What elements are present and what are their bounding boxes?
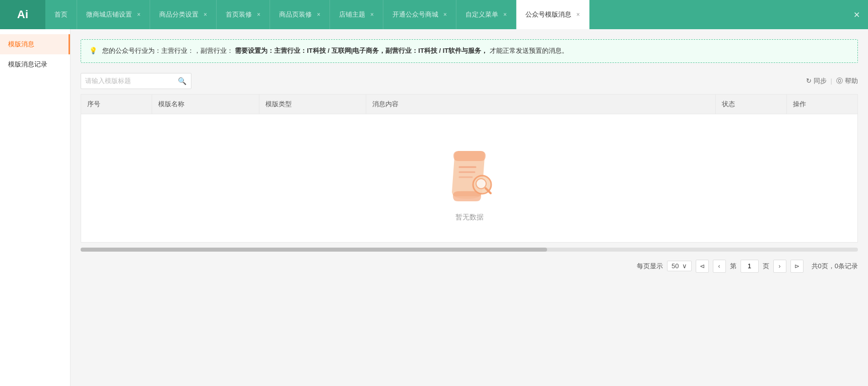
tab-close-home-decoration[interactable]: × <box>257 11 260 18</box>
first-page-button[interactable]: ⊲ <box>696 260 709 273</box>
tab-close-category-setting[interactable]: × <box>204 11 207 18</box>
tab-bar: Ai 首页微商城店铺设置×商品分类设置×首页装修×商品页装修×店铺主题×开通公众… <box>0 0 868 29</box>
toolbar-divider: | <box>831 77 832 85</box>
tab-open-mall[interactable]: 开通公众号商城× <box>383 0 456 29</box>
page-number-input[interactable] <box>741 260 759 273</box>
tab-bar-end: ✕ <box>853 10 868 20</box>
page-label: 第 <box>730 262 737 271</box>
horizontal-scrollbar[interactable] <box>81 248 858 252</box>
scrollbar-thumb[interactable] <box>81 248 547 252</box>
tab-home[interactable]: 首页 <box>45 0 77 29</box>
close-all-tabs-button[interactable]: ✕ <box>853 10 860 20</box>
empty-state-row: 暂无数据 <box>81 114 858 242</box>
svg-point-5 <box>476 179 486 189</box>
tab-label-category-setting: 商品分类设置 <box>159 10 198 19</box>
tab-shop-theme[interactable]: 店铺主题× <box>330 0 383 29</box>
empty-illustration <box>439 144 500 205</box>
tab-weshop-setting[interactable]: 微商城店铺设置× <box>77 0 150 29</box>
pagination: 每页显示 50 ∨ ⊲ ‹ 第 页 › ⊳ 共0页，0条记录 <box>81 260 858 273</box>
tab-template-msg[interactable]: 公众号模版消息× <box>516 0 589 29</box>
last-page-button[interactable]: ⊳ <box>790 260 804 273</box>
tab-close-open-mall[interactable]: × <box>443 11 447 18</box>
tab-label-home: 首页 <box>54 10 68 19</box>
page-suffix: 页 <box>763 262 769 271</box>
notice-icon: 💡 <box>89 47 97 54</box>
main-layout: 模版消息模版消息记录 💡 您的公众号行业为：主营行业：，副营行业： 需要设置为：… <box>0 29 868 386</box>
tab-close-template-msg[interactable]: × <box>576 11 580 18</box>
empty-state: 暂无数据 <box>81 114 857 242</box>
tab-label-template-msg: 公众号模版消息 <box>525 10 571 19</box>
notice-highlight: 需要设置为：主营行业：IT科技 / 互联网|电子商务，副营行业：IT科技 / I… <box>235 47 488 54</box>
tab-label-weshop-setting: 微商城店铺设置 <box>86 10 132 19</box>
tab-label-home-decoration: 首页装修 <box>226 10 252 19</box>
tab-label-shop-theme: 店铺主题 <box>339 10 365 19</box>
help-icon: ⓪ <box>836 76 843 86</box>
tab-product-decoration[interactable]: 商品页装修× <box>270 0 330 29</box>
col-header-status: 状态 <box>716 94 787 114</box>
total-info: 共0页，0条记录 <box>812 262 858 271</box>
sync-label: 同步 <box>814 76 827 86</box>
col-header-type: 模版类型 <box>259 94 366 114</box>
help-button[interactable]: ⓪ 帮助 <box>836 76 858 86</box>
col-header-name: 模版名称 <box>152 94 259 114</box>
sidebar-item-template-msg-log[interactable]: 模版消息记录 <box>0 54 70 74</box>
tab-label-product-decoration: 商品页装修 <box>279 10 312 19</box>
help-label: 帮助 <box>845 76 858 86</box>
sync-icon: ↻ <box>806 77 812 85</box>
content-area: 💡 您的公众号行业为：主营行业：，副营行业： 需要设置为：主营行业：IT科技 /… <box>71 29 868 386</box>
col-header-action: 操作 <box>787 94 858 114</box>
prev-page-button[interactable]: ‹ <box>713 260 726 273</box>
page-size-label: 每页显示 <box>637 262 663 271</box>
page-size-dropdown-icon[interactable]: ∨ <box>682 262 687 270</box>
col-header-index: 序号 <box>81 94 152 114</box>
tab-close-custom-menu[interactable]: × <box>503 11 507 18</box>
search-input[interactable] <box>85 77 176 85</box>
sync-button[interactable]: ↻ 同步 <box>806 76 827 86</box>
notice-box: 💡 您的公众号行业为：主营行业：，副营行业： 需要设置为：主营行业：IT科技 /… <box>81 39 858 63</box>
empty-text: 暂无数据 <box>455 213 484 222</box>
app-logo: Ai <box>0 0 45 29</box>
tab-close-weshop-setting[interactable]: × <box>137 11 141 18</box>
search-input-wrap[interactable]: 🔍 <box>81 73 191 89</box>
notice-text-suffix: 才能正常发送预置的消息。 <box>490 47 568 54</box>
notice-text-prefix: 您的公众号行业为：主营行业：，副营行业： <box>102 47 233 54</box>
sidebar: 模版消息模版消息记录 <box>0 29 71 386</box>
search-icon[interactable]: 🔍 <box>178 77 186 85</box>
tab-custom-menu[interactable]: 自定义菜单× <box>456 0 516 29</box>
tab-home-decoration[interactable]: 首页装修× <box>217 0 270 29</box>
data-table: 序号模版名称模版类型消息内容状态操作 <box>81 94 858 243</box>
toolbar-right: ↻ 同步 | ⓪ 帮助 <box>806 76 858 86</box>
tab-label-custom-menu: 自定义菜单 <box>465 10 498 19</box>
tab-close-product-decoration[interactable]: × <box>317 11 320 18</box>
page-size-value: 50 <box>672 262 679 270</box>
sidebar-item-template-msg[interactable]: 模版消息 <box>0 34 70 54</box>
tab-label-open-mall: 开通公众号商城 <box>392 10 438 19</box>
next-page-button[interactable]: › <box>773 260 786 273</box>
tab-category-setting[interactable]: 商品分类设置× <box>150 0 217 29</box>
page-size-select[interactable]: 50 ∨ <box>667 261 691 271</box>
toolbar: 🔍 ↻ 同步 | ⓪ 帮助 <box>81 73 858 89</box>
tab-close-shop-theme[interactable]: × <box>370 11 374 18</box>
col-header-content: 消息内容 <box>366 94 716 114</box>
